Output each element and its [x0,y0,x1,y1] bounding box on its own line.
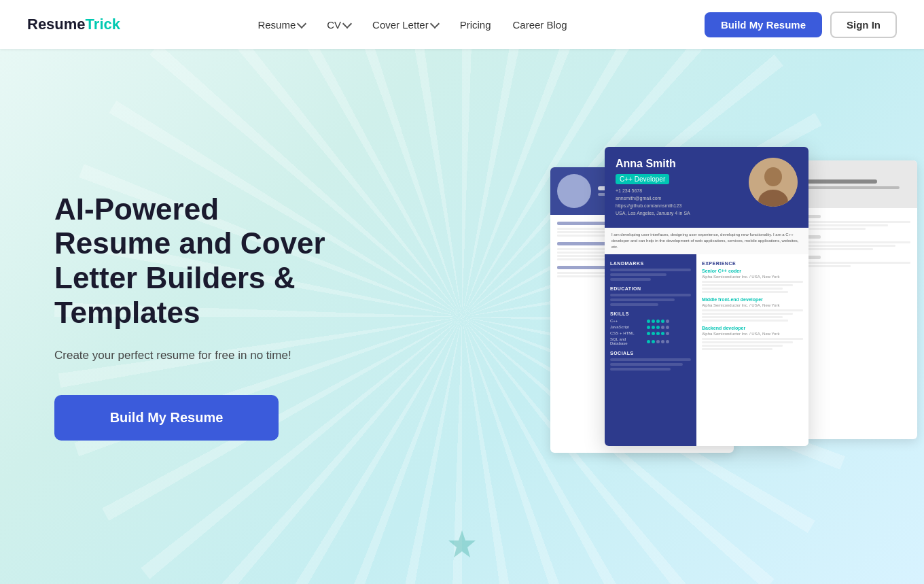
chevron-down-icon [297,18,306,28]
nav-item-pricing[interactable]: Pricing [450,14,501,36]
skill-js-label: JavaScript [610,325,644,329]
navigation: Resume Trick Resume CV Cover Letter Pric… [0,0,924,49]
svg-point-1 [764,167,782,186]
hero-title: AI-Powered Resume and Cover Letter Build… [54,192,326,330]
resume-name: Anna Smith [616,158,741,170]
nav-label-cover-letter: Cover Letter [372,19,429,31]
nav-label-resume: Resume [257,19,296,31]
resume-right-col: EXPERIENCE Senior C++ coder Alpha Semico… [696,254,808,445]
nav-label-cv: CV [327,19,341,31]
exp-company-1: Alpha Semiconductor Inc. / USA, New York [702,275,803,279]
resume-preview-group: Anna Smith C++ Developer +1 234 5678 ann… [550,147,924,487]
resume-header: Anna Smith C++ Developer +1 234 5678 ann… [605,147,808,228]
star-decoration [435,527,489,564]
nav-label-career-blog: Career Blog [513,19,567,31]
hero-section: AI-Powered Resume and Cover Letter Build… [0,49,924,584]
nav-sign-in-button[interactable]: Sign In [830,12,897,38]
chevron-down-icon [430,18,440,28]
logo-resume: Resume [27,16,86,33]
resume-left-col: LANDMARKS EDUCATION SKILLS [605,254,696,445]
chevron-down-icon [342,18,352,28]
skill-css-label: CSS + HTML [610,331,644,335]
nav-item-cover-letter[interactable]: Cover Letter [363,14,448,36]
nav-build-resume-button[interactable]: Build My Resume [705,12,822,37]
hero-subtitle: Create your perfect resume for free in n… [54,349,326,362]
exp-title-3: Backend developer [702,326,803,330]
nav-links: Resume CV Cover Letter Pricing Career Bl… [248,14,576,36]
nav-label-pricing: Pricing [460,19,491,31]
exp-title-2: Middle front-end developer [702,297,803,302]
resume-body: LANDMARKS EDUCATION SKILLS [605,254,808,445]
skill-cpp-label: C++ [610,319,644,323]
resume-role: C++ Developer [616,174,669,184]
hero-content: AI-Powered Resume and Cover Letter Build… [0,192,380,441]
resume-education-title: EDUCATION [610,286,691,291]
resume-skills-title: SKILLS [610,311,691,316]
logo[interactable]: Resume Trick [27,16,120,33]
exp-title-1: Senior C++ coder [702,269,803,273]
resume-contact: +1 234 5678 annsmith@gmail.com https://g… [616,187,741,218]
nav-item-resume[interactable]: Resume [248,14,315,36]
resume-socials-title: SOCIALS [610,351,691,356]
resume-card-main: Anna Smith C++ Developer +1 234 5678 ann… [605,147,808,446]
resume-landmarks-title: LANDMARKS [610,261,691,266]
logo-trick: Trick [86,16,120,33]
nav-item-cv[interactable]: CV [317,14,360,36]
exp-company-3: Alpha Semiconductor Inc. / USA, New York [702,332,803,336]
resume-summary: I am developing user interfaces, designi… [605,228,808,254]
resume-avatar [749,158,798,207]
resume-experience-title: EXPERIENCE [702,261,803,266]
nav-item-career-blog[interactable]: Career Blog [503,14,577,36]
skill-sql-label: SQL and Database [610,337,644,345]
exp-company-2: Alpha Semiconductor Inc. / USA, New York [702,303,803,307]
nav-actions: Build My Resume Sign In [705,12,897,38]
hero-build-resume-button[interactable]: Build My Resume [54,395,279,441]
